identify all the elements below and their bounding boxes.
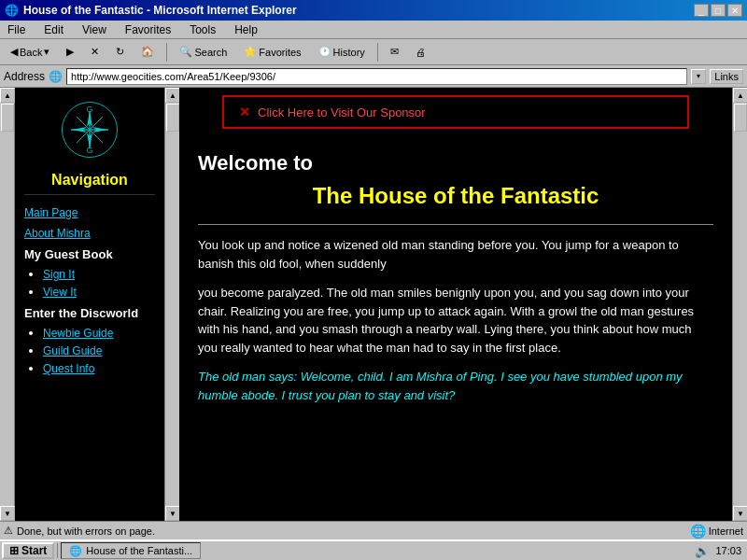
toolbar-separator-2 [377,43,378,62]
sidebar-scroll-up[interactable]: ▲ [165,88,180,103]
discworld-title: Enter the Discworld [24,306,155,320]
menu-help[interactable]: Help [231,22,261,37]
discworld-list: Newbie Guide Guild Guide Quest Info [24,326,155,375]
mail-icon: ✉ [390,46,399,58]
favorites-button[interactable]: ⭐ Favorites [237,43,307,61]
sidebar-scrollbar[interactable]: ▲ ▼ [164,88,179,521]
status-text: Done, but with errors on page. [17,525,686,537]
status-warning-icon: ⚠ [4,525,13,537]
taskbar-ie-label: House of the Fantasti... [86,545,192,556]
scroll-down-btn[interactable]: ▼ [0,506,15,521]
minimize-button[interactable]: _ [694,4,709,17]
right-scroll-down[interactable]: ▼ [733,506,747,521]
status-globe-icon: 🌐 [690,524,706,539]
main-text-area: Welcome to The House of the Fantastic Yo… [179,136,732,419]
print-button[interactable]: 🖨 [409,44,432,61]
mail-button[interactable]: ✉ [384,43,405,61]
paragraph-1: You look up and notice a wizened old man… [198,236,713,273]
back-button[interactable]: ◀ Back ▾ [4,43,56,61]
toolbar: ◀ Back ▾ ▶ ✕ ↻ 🏠 🔍 Search ⭐ Favorites 🕐 … [0,39,747,65]
sidebar-link-main-page[interactable]: Main Page [24,206,155,219]
address-input[interactable] [66,68,687,85]
compass-logo: G G [57,97,122,162]
site-title: The House of the Fantastic [198,183,713,209]
sidebar-scroll-thumb[interactable] [166,104,179,132]
title-bar: 🌐 House of the Fantastic - Microsoft Int… [0,0,747,21]
page-area: G G Navigation Main [15,88,747,521]
links-button[interactable]: Links [710,69,743,84]
status-zone-label: Internet [709,525,743,537]
compass-g-top: G [86,105,92,114]
forward-button[interactable]: ▶ [60,43,80,61]
left-scrollbar[interactable]: ▲ ▼ [0,88,15,521]
sidebar-link-sign-it[interactable]: Sign It [43,268,75,281]
speaker-icon: 🔊 [695,544,710,558]
search-icon: 🔍 [179,46,192,58]
refresh-icon: ↻ [116,46,124,58]
menu-favorites[interactable]: Favorites [121,22,175,37]
address-bar: Address 🌐 ▾ Links [0,65,747,88]
taskbar-ie-icon: 🌐 [69,545,82,557]
content-divider [198,224,713,225]
taskbar-ie-button[interactable]: 🌐 House of the Fantasti... [61,542,201,559]
home-icon: 🏠 [141,46,154,58]
close-button[interactable]: ✕ [727,4,742,17]
taskbar-time: 17:03 [715,545,741,556]
sidebar-link-quest-info[interactable]: Quest Info [43,362,94,375]
scroll-up-btn[interactable]: ▲ [0,88,15,103]
menu-view[interactable]: View [78,22,110,37]
sponsor-box: ✕ Click Here to Visit Our Sponsor [222,95,689,129]
welcome-heading: Welcome to [198,151,713,175]
history-icon: 🕐 [318,46,331,58]
sidebar-scroll-down[interactable]: ▼ [165,506,180,521]
right-scroll-track [733,103,747,506]
home-button[interactable]: 🏠 [134,43,161,61]
menu-bar: File Edit View Favorites Tools Help [0,21,747,39]
right-scroll-up[interactable]: ▲ [733,88,747,103]
sidebar-link-view-it[interactable]: View It [43,286,77,299]
stop-button[interactable]: ✕ [84,43,106,61]
address-dropdown[interactable]: ▾ [691,69,706,84]
menu-edit[interactable]: Edit [40,22,67,37]
print-icon: 🖨 [416,47,426,58]
refresh-button[interactable]: ↻ [109,43,131,61]
main-content: ✕ Click Here to Visit Our Sponsor Welcom… [179,88,732,521]
search-button[interactable]: 🔍 Search [173,43,233,61]
status-bar: ⚠ Done, but with errors on page. 🌐 Inter… [0,521,747,539]
nav-heading: Navigation [24,172,155,195]
taskbar-right: 🔊 17:03 [695,544,745,558]
sidebar-link-about-mishra[interactable]: About Mishra [24,227,155,240]
back-dropdown-icon: ▾ [44,46,49,58]
menu-file[interactable]: File [4,22,29,37]
sponsor-bar: ✕ Click Here to Visit Our Sponsor [179,88,732,136]
right-scroll-thumb[interactable] [734,104,747,132]
sponsor-link[interactable]: Click Here to Visit Our Sponsor [258,105,426,119]
compass-g-bot: G [86,146,92,155]
sidebar-link-guild-guide[interactable]: Guild Guide [43,344,102,357]
taskbar-separator [57,543,58,558]
guest-book-title: My Guest Book [24,247,155,261]
sidebar-scroll-track [165,103,179,506]
window-title: House of the Fantastic - Microsoft Inter… [23,4,297,17]
sidebar-link-newbie-guide[interactable]: Newbie Guide [43,327,113,340]
toolbar-separator-1 [166,43,167,62]
status-zone: 🌐 Internet [690,524,743,539]
paragraph-2: you become paralyzed. The old man smiles… [198,284,713,357]
history-button[interactable]: 🕐 History [312,43,372,61]
guest-book-list: Sign It View It [24,267,155,299]
scroll-thumb[interactable] [1,104,14,132]
maximize-button[interactable]: □ [711,4,726,17]
sidebar: G G Navigation Main [15,88,164,521]
menu-tools[interactable]: Tools [186,22,219,37]
forward-icon: ▶ [66,46,74,58]
address-label: Address [4,70,45,83]
back-icon: ◀ [10,46,18,58]
mishra-quote: The old man says: Welcome, child. I am M… [198,368,713,404]
favorites-icon: ⭐ [244,46,257,58]
stop-icon: ✕ [91,46,99,58]
right-scrollbar[interactable]: ▲ ▼ [732,88,747,521]
browser-icon: 🌐 [5,4,19,17]
start-button[interactable]: ⊞ Start [2,542,54,559]
scroll-track [0,103,14,506]
windows-logo-icon: ⊞ [9,544,19,557]
